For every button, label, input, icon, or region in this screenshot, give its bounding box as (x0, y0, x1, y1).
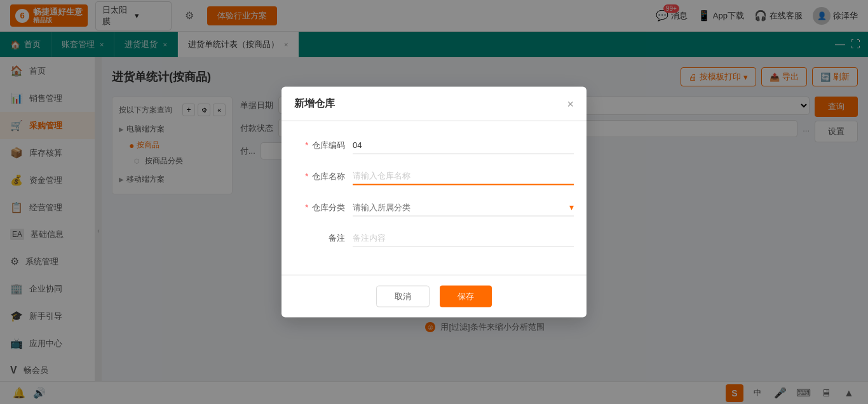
form-row-code: * 仓库编码 (294, 137, 574, 154)
form-row-name: * 仓库名称 (294, 167, 574, 185)
remark-label: 备注 (294, 232, 345, 244)
warehouse-remark-input[interactable] (353, 229, 574, 247)
modal-body: * 仓库编码 * 仓库名称 * 仓库分类 ▾ (281, 121, 587, 275)
modal-header: 新增仓库 × (281, 87, 587, 121)
modal-title: 新增仓库 (294, 97, 335, 111)
required-star-name: * (305, 171, 308, 180)
warehouse-category-select-wrap[interactable]: ▾ (353, 198, 574, 217)
name-label: * 仓库名称 (294, 170, 345, 182)
save-button[interactable]: 保存 (440, 286, 492, 307)
category-label: * 仓库分类 (294, 201, 345, 213)
add-warehouse-modal: 新增仓库 × * 仓库编码 * 仓库名称 * 仓库分类 (281, 87, 587, 318)
cancel-button[interactable]: 取消 (376, 286, 430, 307)
form-row-category: * 仓库分类 ▾ (294, 198, 574, 217)
required-star-category: * (305, 202, 308, 212)
modal-close-button[interactable]: × (567, 98, 574, 109)
required-star-code: * (305, 140, 308, 150)
warehouse-code-input[interactable] (353, 137, 574, 154)
warehouse-category-input[interactable] (353, 202, 569, 212)
category-chevron-down-icon: ▾ (569, 202, 574, 212)
warehouse-name-input[interactable] (353, 167, 574, 185)
modal-footer: 取消 保存 (281, 275, 587, 318)
form-row-remark: 备注 (294, 229, 574, 247)
code-label: * 仓库编码 (294, 140, 345, 151)
